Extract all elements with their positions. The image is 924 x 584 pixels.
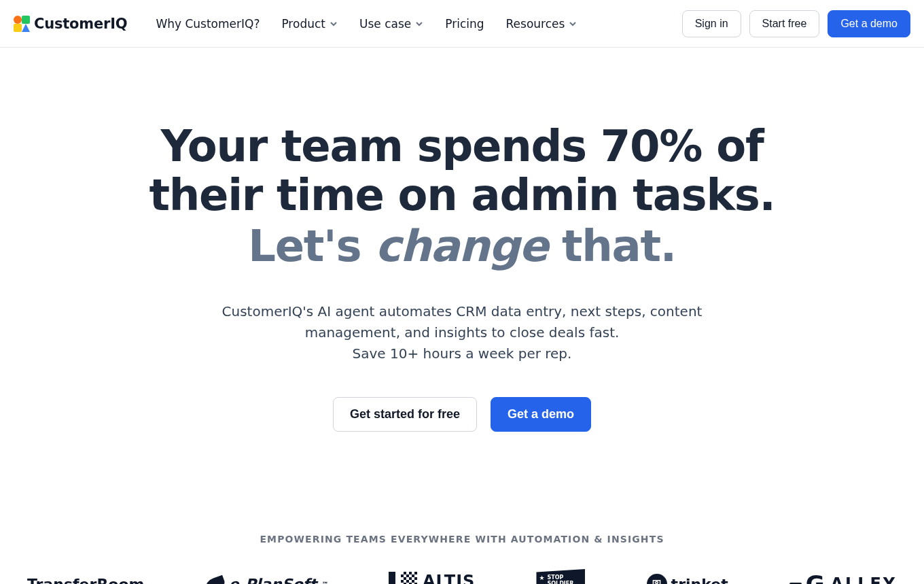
- chevron-down-icon: [330, 20, 338, 28]
- client-logo-stopsoldier: STOP SOLDIER SUICIDE: [536, 569, 585, 584]
- client-logo-altis: ALTIS BIOSYSTEMS: [389, 572, 475, 584]
- hero-section: Your team spends 70% of their time on ad…: [0, 48, 924, 584]
- client-logo-galley: GALLEY: [789, 570, 897, 584]
- brand-name: CustomerIQ: [34, 16, 127, 32]
- hero-subtext: CustomerIQ's AI agent automates CRM data…: [204, 301, 720, 364]
- logo-mark-icon: [14, 16, 30, 32]
- nav-resources[interactable]: Resources: [497, 12, 587, 36]
- primary-nav: Why CustomerIQ? Product Use case Pricing…: [146, 12, 586, 36]
- cta-getstarted-button[interactable]: Get started for free: [333, 397, 477, 432]
- chevron-down-icon: [415, 20, 423, 28]
- nav-product[interactable]: Product: [272, 12, 347, 36]
- leaf-icon: [204, 575, 226, 584]
- nav-why[interactable]: Why CustomerIQ?: [146, 12, 269, 36]
- chevron-down-icon: [569, 20, 577, 28]
- sub-line2: Save 10+ hours a week per rep.: [204, 343, 720, 364]
- hero-headline: Your team spends 70% of their time on ad…: [129, 122, 795, 271]
- hero-cta-row: Get started for free Get a demo: [0, 397, 924, 432]
- client-logo-eplansoft: e-PlanSoft™: [206, 576, 327, 584]
- nav-label: Product: [281, 17, 325, 31]
- client-logo-trinket: ⚿ trinket: [647, 574, 728, 584]
- getdemo-button[interactable]: Get a demo: [828, 10, 910, 37]
- nav-label: Resources: [506, 17, 565, 31]
- bar-icon: [389, 572, 395, 584]
- key-icon: ⚿: [647, 574, 667, 584]
- cta-getdemo-button[interactable]: Get a demo: [491, 397, 591, 432]
- headline-line2: Let's change that.: [129, 222, 795, 271]
- sub-line1: CustomerIQ's AI agent automates CRM data…: [204, 301, 720, 343]
- checker-icon: [401, 572, 417, 584]
- client-logos-section: EMPOWERING TEAMS EVERYWHERE WITH AUTOMAT…: [0, 534, 924, 584]
- brand-logo[interactable]: CustomerIQ: [14, 16, 127, 32]
- nav-usecase[interactable]: Use case: [350, 12, 433, 36]
- logos-row: TransferRoom e-PlanSoft™ ALTIS BIOSYSTEM…: [0, 569, 924, 584]
- startfree-button[interactable]: Start free: [749, 10, 820, 37]
- nav-actions: Sign in Start free Get a demo: [682, 10, 910, 37]
- nav-label: Why CustomerIQ?: [156, 17, 260, 31]
- client-logo-transferroom: TransferRoom: [27, 576, 144, 584]
- nav-label: Pricing: [445, 17, 484, 31]
- nav-pricing[interactable]: Pricing: [436, 12, 493, 36]
- headline-line1: Your team spends 70% of their time on ad…: [149, 121, 775, 220]
- signin-button[interactable]: Sign in: [682, 10, 741, 37]
- nav-label: Use case: [359, 17, 411, 31]
- logos-heading: EMPOWERING TEAMS EVERYWHERE WITH AUTOMAT…: [0, 534, 924, 545]
- header: CustomerIQ Why CustomerIQ? Product Use c…: [0, 0, 924, 48]
